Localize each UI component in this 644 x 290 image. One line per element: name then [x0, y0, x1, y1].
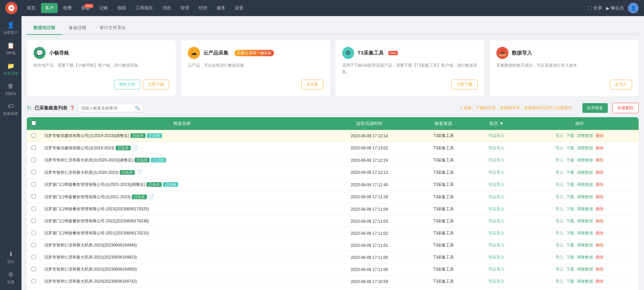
select-all-checkbox[interactable]	[32, 121, 36, 125]
action-删除-6[interactable]: 删除	[596, 207, 604, 211]
action-导入-10[interactable]: 导入	[555, 255, 564, 260]
search-icon[interactable]: 🔍	[135, 105, 140, 111]
action-下载-5[interactable]: 下载	[566, 195, 574, 199]
delete-batch-btn[interactable]: 批量删除	[612, 103, 639, 113]
action-导入-6[interactable]: 导入	[555, 207, 564, 211]
nav-item-服务[interactable]: 服务	[213, 3, 229, 13]
sidebar-item-标签设置[interactable]: 🏷标签设置	[0, 100, 21, 119]
sidebar-item-bottom-设置[interactable]: ⚙设置	[0, 268, 21, 287]
tab-备份迁移[interactable]: 备份迁移	[62, 21, 93, 35]
card-action-dataimport-去导入[interactable]: 去导入	[610, 80, 632, 89]
nav-item-记账[interactable]: 记账	[95, 3, 112, 13]
action-调整数据-10[interactable]: 调整数据	[577, 255, 593, 260]
nav-item-票据[interactable]: 票据new	[77, 3, 94, 13]
row-checkbox-2[interactable]	[32, 158, 36, 162]
row-file-icon[interactable]: 📄	[132, 145, 138, 150]
action-导入-3[interactable]: 导入	[555, 170, 564, 175]
tab-数据包迁移[interactable]: 数据包迁移	[27, 21, 62, 35]
action-调整数据-1[interactable]: 调整数据	[577, 146, 593, 150]
nav-item-收费[interactable]: 收费	[59, 3, 76, 13]
action-下载-10[interactable]: 下载	[566, 255, 574, 260]
action-删除-4[interactable]: 删除	[596, 182, 604, 187]
row-checkbox-10[interactable]	[32, 255, 36, 259]
action-删除-12[interactable]: 删除	[596, 279, 604, 284]
nav-item-报税[interactable]: 报税	[113, 3, 130, 13]
nav-item-管理[interactable]: 管理	[176, 3, 193, 13]
action-导入-5[interactable]: 导入	[555, 195, 564, 199]
action-删除-7[interactable]: 删除	[596, 219, 604, 223]
action-删除-5[interactable]: 删除	[596, 195, 604, 199]
member-btn[interactable]: ▶ 畅会员	[606, 5, 624, 11]
action-导入-11[interactable]: 导入	[555, 267, 564, 272]
action-删除-0[interactable]: 删除	[596, 133, 604, 138]
logo[interactable]	[5, 2, 17, 14]
action-下载-4[interactable]: 下载	[566, 182, 574, 187]
nav-item-消息[interactable]: 消息	[158, 3, 175, 13]
sidebar-item-回收站[interactable]: 🗑回收站	[0, 80, 21, 99]
nav-item-客户[interactable]: 客户	[41, 3, 58, 13]
card-action-t3tool-立即下载[interactable]: 立即下载	[451, 80, 478, 89]
card-action-xiaochang-立即下载[interactable]: 立即下载	[143, 80, 169, 89]
sidebar-item-0申报[interactable]: 📋0申报	[0, 39, 21, 58]
nav-item-设置[interactable]: 设置	[231, 3, 248, 13]
action-调整数据-8[interactable]: 调整数据	[577, 231, 593, 235]
sidebar-item-全部客户[interactable]: 👤全部客户	[0, 19, 21, 38]
row-checkbox-0[interactable]	[32, 133, 36, 138]
action-导入-7[interactable]: 导入	[555, 219, 564, 223]
nav-item-工商项目[interactable]: 工商项目	[131, 3, 157, 13]
action-删除-1[interactable]: 删除	[596, 146, 604, 150]
action-调整数据-6[interactable]: 调整数据	[577, 207, 593, 211]
action-下载-1[interactable]: 下载	[566, 146, 574, 150]
nav-item-经营[interactable]: 经营	[195, 3, 211, 13]
action-导入-12[interactable]: 导入	[555, 279, 564, 284]
row-checkbox-4[interactable]	[32, 182, 36, 187]
help-icon[interactable]: ❓	[69, 105, 75, 111]
row-checkbox-6[interactable]	[32, 207, 36, 211]
col-header-0[interactable]	[27, 117, 40, 130]
row-file-icon[interactable]: 📄	[148, 194, 154, 199]
row-file-icon[interactable]: 📄	[136, 169, 142, 175]
action-删除-8[interactable]: 删除	[596, 231, 604, 235]
action-下载-8[interactable]: 下载	[566, 231, 574, 235]
card-action-yunproduct-去采集[interactable]: 去采集	[301, 80, 323, 89]
row-checkbox-1[interactable]	[32, 145, 36, 150]
action-下载-7[interactable]: 下载	[566, 219, 574, 223]
action-调整数据-3[interactable]: 调整数据	[577, 170, 593, 175]
action-下载-6[interactable]: 下载	[566, 207, 574, 211]
action-导入-9[interactable]: 导入	[555, 243, 564, 247]
tab-审计文件导出[interactable]: 审计文件导出	[93, 21, 132, 35]
action-下载-12[interactable]: 下载	[566, 279, 574, 284]
row-checkbox-5[interactable]	[32, 194, 36, 199]
action-调整数据-5[interactable]: 调整数据	[577, 195, 593, 199]
nav-item-首页[interactable]: 首页	[23, 3, 40, 13]
merge-btn[interactable]: 合并账套	[582, 103, 608, 113]
action-调整数据-7[interactable]: 调整数据	[577, 219, 593, 223]
action-删除-9[interactable]: 删除	[596, 243, 604, 247]
row-checkbox-12[interactable]	[32, 279, 36, 283]
action-下载-2[interactable]: 下载	[566, 158, 574, 162]
action-调整数据-4[interactable]: 调整数据	[577, 182, 593, 187]
sidebar-item-bottom-导出[interactable]: ⬇导出	[0, 248, 21, 267]
action-删除-3[interactable]: 删除	[596, 170, 604, 175]
row-checkbox-7[interactable]	[32, 219, 36, 223]
action-下载-9[interactable]: 下载	[566, 243, 574, 247]
action-删除-2[interactable]: 删除	[596, 158, 604, 162]
action-导入-4[interactable]: 导入	[555, 182, 564, 187]
row-checkbox-8[interactable]	[32, 231, 36, 235]
action-调整数据-2[interactable]: 调整数据	[577, 158, 593, 162]
row-checkbox-11[interactable]	[32, 267, 36, 271]
fullscreen-btn[interactable]: ⛶ 全屏	[588, 5, 602, 11]
action-导入-0[interactable]: 导入	[555, 133, 564, 138]
action-调整数据-11[interactable]: 调整数据	[577, 267, 593, 272]
action-调整数据-9[interactable]: 调整数据	[577, 243, 593, 247]
row-checkbox-3[interactable]	[32, 170, 36, 174]
action-导入-8[interactable]: 导入	[555, 231, 564, 235]
action-下载-3[interactable]: 下载	[566, 170, 574, 175]
action-删除-10[interactable]: 删除	[596, 255, 604, 260]
refresh-icon[interactable]: ↻	[27, 105, 31, 111]
search-input[interactable]	[81, 106, 135, 111]
sidebar-item-账套迁移[interactable]: 📁账套迁移	[0, 60, 21, 79]
action-导入-2[interactable]: 导入	[555, 158, 564, 162]
action-调整数据-0[interactable]: 调整数据	[577, 133, 593, 138]
action-删除-11[interactable]: 删除	[596, 267, 604, 272]
